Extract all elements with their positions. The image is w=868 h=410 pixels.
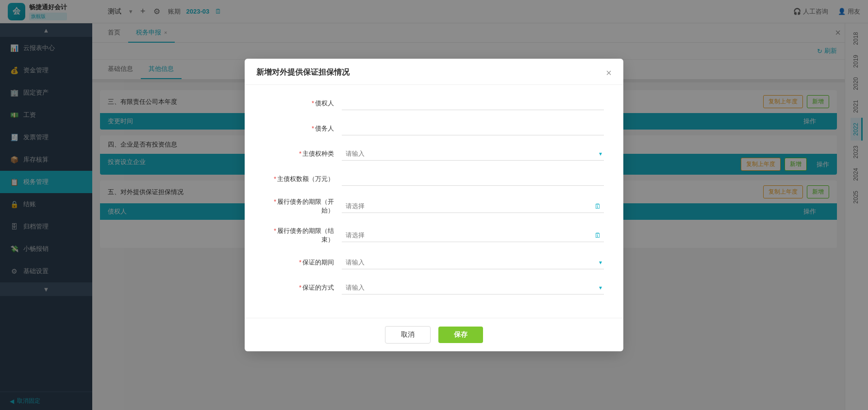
modal-close-btn[interactable]: × xyxy=(606,68,612,78)
chevron-down-guarantee-period[interactable]: ▾ xyxy=(599,259,604,266)
calendar-debt-start-icon[interactable]: 🗓 xyxy=(594,202,604,210)
select-guarantee-method[interactable] xyxy=(342,281,599,294)
modal-header: 新增对外提供保证担保情况 × xyxy=(245,59,623,85)
label-guarantee-method: *保证的方式 xyxy=(264,283,342,292)
form-row-guarantee-period: *保证的期间 ▾ xyxy=(264,256,604,269)
chevron-down-guarantee-method[interactable]: ▾ xyxy=(599,284,604,291)
input-claim-amount[interactable] xyxy=(342,172,604,186)
save-button[interactable]: 保存 xyxy=(438,327,483,343)
select-guarantee-period-wrapper: ▾ xyxy=(342,256,604,269)
chevron-down-claim-type[interactable]: ▾ xyxy=(599,150,604,157)
select-guarantee-method-wrapper: ▾ xyxy=(342,281,604,295)
label-claim-type: *主债权种类 xyxy=(264,149,342,158)
select-claim-type-wrapper: ▾ xyxy=(342,147,604,161)
date-debt-start-wrapper: 🗓 xyxy=(342,199,604,213)
modal-body: *债权人 *债务人 *主债权种类 ▾ xyxy=(245,85,623,318)
input-debtor[interactable] xyxy=(342,122,604,135)
form-row-creditor: *债权人 xyxy=(264,97,604,110)
form-row-claim-amount: *主债权数额（万元） xyxy=(264,172,604,186)
modal-dialog: 新增对外提供保证担保情况 × *债权人 *债务人 *主债权种类 xyxy=(245,59,623,351)
date-debt-end[interactable] xyxy=(342,229,594,242)
select-guarantee-period[interactable] xyxy=(342,256,599,269)
calendar-debt-end-icon[interactable]: 🗓 xyxy=(594,231,604,239)
label-debtor: *债务人 xyxy=(264,124,342,133)
label-debt-start: *履行债务的期限（开始） xyxy=(264,197,342,215)
cancel-button[interactable]: 取消 xyxy=(385,326,431,344)
label-creditor: *债权人 xyxy=(264,99,342,108)
form-row-debtor: *债务人 xyxy=(264,122,604,135)
date-debt-start[interactable] xyxy=(342,199,594,213)
label-claim-amount: *主债权数额（万元） xyxy=(264,175,342,183)
label-guarantee-period: *保证的期间 xyxy=(264,258,342,267)
form-row-debt-end: *履行债务的期限（结束） 🗓 xyxy=(264,227,604,244)
date-debt-end-wrapper: 🗓 xyxy=(342,229,604,242)
modal-overlay: 新增对外提供保证担保情况 × *债权人 *债务人 *主债权种类 xyxy=(0,0,868,410)
form-row-debt-start: *履行债务的期限（开始） 🗓 xyxy=(264,197,604,215)
input-creditor[interactable] xyxy=(342,97,604,110)
form-row-claim-type: *主债权种类 ▾ xyxy=(264,147,604,161)
modal-title: 新增对外提供保证担保情况 xyxy=(256,67,350,78)
modal-footer: 取消 保存 xyxy=(245,318,623,351)
label-debt-end: *履行债务的期限（结束） xyxy=(264,227,342,244)
select-claim-type[interactable] xyxy=(342,147,599,160)
form-row-guarantee-method: *保证的方式 ▾ xyxy=(264,281,604,295)
